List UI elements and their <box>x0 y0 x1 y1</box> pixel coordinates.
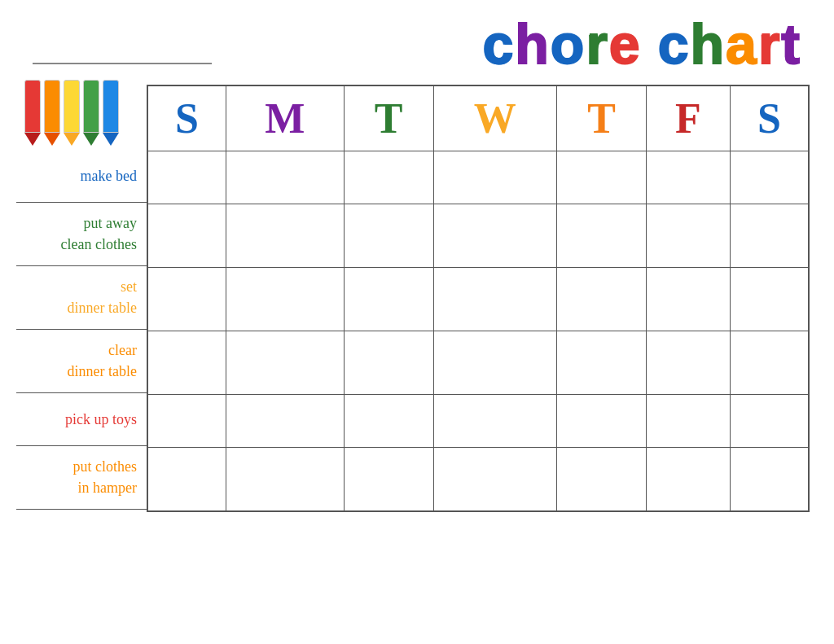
cell-sat-6[interactable] <box>730 448 808 511</box>
schedule-table: S M T W T F S <box>147 85 809 511</box>
cell-sun-3[interactable] <box>148 268 226 331</box>
row-set-table <box>148 268 809 331</box>
chart-grid: S M T W T F S <box>147 85 810 512</box>
cell-fri-4[interactable] <box>647 331 731 395</box>
cell-sat-2[interactable] <box>730 204 808 268</box>
cell-thu-3[interactable] <box>557 268 647 331</box>
cell-tue-6[interactable] <box>344 448 433 511</box>
crayon-red <box>24 80 41 146</box>
day-friday: F <box>647 86 731 151</box>
cell-wed-3[interactable] <box>433 268 557 331</box>
row-put-away <box>148 204 809 268</box>
cell-fri-3[interactable] <box>647 268 731 331</box>
cell-fri-6[interactable] <box>647 448 731 511</box>
crayon-green <box>83 80 99 146</box>
cell-wed-4[interactable] <box>433 331 557 395</box>
cell-tue-4[interactable] <box>344 331 433 395</box>
crayon-yellow <box>64 80 80 146</box>
cell-mon-5[interactable] <box>226 395 345 448</box>
cell-fri-2[interactable] <box>647 204 731 268</box>
chore-label-put-away: put awayclean clothes <box>16 203 147 266</box>
title-letter-a: a <box>726 16 758 72</box>
crayons <box>16 80 119 146</box>
cell-mon-1[interactable] <box>226 151 345 204</box>
row-clear-table <box>148 331 809 395</box>
day-wednesday: W <box>433 86 557 151</box>
chore-label-pick-up-toys: pick up toys <box>16 393 147 446</box>
header-row: S M T W T F S <box>148 86 809 151</box>
cell-tue-2[interactable] <box>344 204 433 268</box>
header: chore chart <box>16 16 810 77</box>
title-letter-c2: c <box>658 16 691 72</box>
day-sunday: S <box>148 86 226 151</box>
day-tuesday: T <box>344 86 433 151</box>
cell-wed-5[interactable] <box>433 395 557 448</box>
cell-thu-1[interactable] <box>557 151 647 204</box>
title-letter-t: t <box>781 16 801 72</box>
chore-label-clear-table: cleardinner table <box>16 330 147 393</box>
day-monday: M <box>226 86 345 151</box>
title-letter-r: r <box>586 16 608 72</box>
name-line <box>33 40 212 64</box>
cell-sat-3[interactable] <box>730 268 808 331</box>
title-letter-c: c <box>482 16 515 72</box>
chore-label-make-bed: make bed <box>16 150 147 203</box>
title-letter-r2: r <box>758 16 781 72</box>
cell-mon-4[interactable] <box>226 331 345 395</box>
cell-tue-1[interactable] <box>344 151 433 204</box>
day-saturday: S <box>730 86 808 151</box>
crayons-cell <box>16 85 147 150</box>
cell-thu-6[interactable] <box>557 448 647 511</box>
title-letter-h: h <box>515 16 551 72</box>
cell-thu-5[interactable] <box>557 395 647 448</box>
cell-sat-5[interactable] <box>730 395 808 448</box>
cell-sun-4[interactable] <box>148 331 226 395</box>
cell-mon-2[interactable] <box>226 204 345 268</box>
cell-sat-1[interactable] <box>730 151 808 204</box>
cell-sun-1[interactable] <box>148 151 226 204</box>
cell-fri-5[interactable] <box>647 395 731 448</box>
cell-thu-4[interactable] <box>557 331 647 395</box>
day-thursday: T <box>557 86 647 151</box>
title: chore chart <box>482 16 801 72</box>
chore-label-set-table: setdinner table <box>16 266 147 330</box>
cell-sun-2[interactable] <box>148 204 226 268</box>
left-column: make bed put awayclean clothes setdinner… <box>16 85 147 512</box>
page: chore chart <box>0 0 834 644</box>
title-letter-e: e <box>609 16 642 72</box>
chore-label-put-clothes: put clothesin hamper <box>16 446 147 510</box>
cell-wed-6[interactable] <box>433 448 557 511</box>
title-letter-o: o <box>551 16 586 72</box>
cell-sun-6[interactable] <box>148 448 226 511</box>
cell-tue-5[interactable] <box>344 395 433 448</box>
cell-wed-2[interactable] <box>433 204 557 268</box>
cell-sun-5[interactable] <box>148 395 226 448</box>
cell-sat-4[interactable] <box>730 331 808 395</box>
crayon-blue <box>103 80 119 146</box>
cell-fri-1[interactable] <box>647 151 731 204</box>
chart-container: make bed put awayclean clothes setdinner… <box>16 85 810 512</box>
row-make-bed <box>148 151 809 204</box>
crayon-orange <box>44 80 60 146</box>
cell-thu-2[interactable] <box>557 204 647 268</box>
row-put-clothes <box>148 448 809 511</box>
cell-wed-1[interactable] <box>433 151 557 204</box>
title-letter-h2: h <box>691 16 726 72</box>
cell-mon-3[interactable] <box>226 268 345 331</box>
cell-mon-6[interactable] <box>226 448 345 511</box>
cell-tue-3[interactable] <box>344 268 433 331</box>
row-pick-up-toys <box>148 395 809 448</box>
